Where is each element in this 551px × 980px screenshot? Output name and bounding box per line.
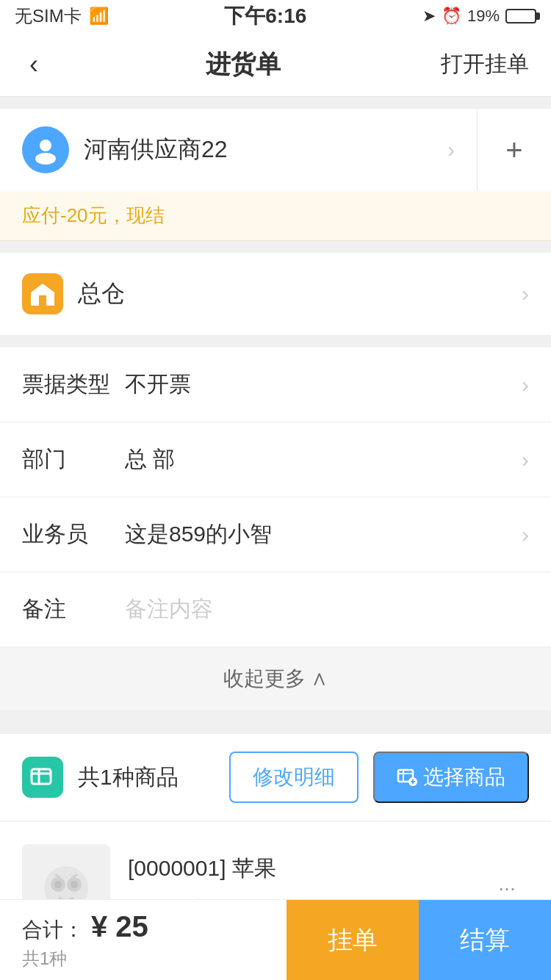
battery-percent: 19% (467, 7, 500, 26)
divider-3 (0, 710, 551, 722)
dept-value: 总 部 (125, 444, 514, 475)
top-divider (0, 97, 551, 109)
status-right: ➤ ⏰ 19% (422, 7, 536, 26)
svg-point-0 (40, 140, 51, 151)
status-time: 下午6:16 (224, 2, 306, 30)
checkout-button[interactable]: 结算 (419, 900, 551, 980)
alarm-icon: ⏰ (442, 7, 461, 26)
invoice-value: 不开票 (125, 370, 514, 400)
supplier-selector[interactable]: 河南供应商22 › (0, 109, 478, 191)
supplier-avatar (22, 126, 69, 173)
select-product-icon (397, 767, 417, 788)
select-product-label: 选择商品 (423, 763, 505, 791)
invoice-label: 票据类型 (22, 370, 125, 400)
select-product-button[interactable]: 选择商品 (373, 752, 529, 803)
nav-bar: ‹ 进货单 打开挂单 (0, 32, 551, 97)
svg-point-16 (71, 881, 78, 888)
divider-2 (0, 336, 551, 347)
salesperson-label: 业务员 (22, 519, 125, 550)
product-name: [0000001] 苹果 (128, 854, 467, 884)
remark-label: 备注 (22, 594, 125, 624)
total-display: 合计： ¥ 25 (22, 910, 264, 944)
back-button[interactable]: ‹ (22, 42, 46, 87)
dept-chevron-icon: › (522, 447, 529, 472)
home-icon (29, 281, 56, 307)
salesperson-value: 这是859的小智 (125, 519, 514, 550)
page-title: 进货单 (206, 48, 281, 82)
person-icon (31, 135, 60, 165)
warehouse-name: 总仓 (78, 278, 514, 310)
invoice-chevron-icon: › (522, 372, 529, 397)
status-bar: 无SIM卡 📶 下午6:16 ➤ ⏰ 19% (0, 0, 551, 32)
collapse-button[interactable]: 收起更多 ∧ (0, 647, 551, 710)
salesperson-chevron-icon: › (522, 522, 529, 547)
warehouse-row[interactable]: 总仓 › (0, 253, 551, 336)
notice-bar: 应付-20元，现结 (0, 191, 551, 241)
salesperson-row[interactable]: 业务员 这是859的小智 › (0, 497, 551, 572)
product-more-button[interactable]: ··· (485, 876, 529, 900)
total-label: 合计： (22, 916, 84, 944)
status-left: 无SIM卡 📶 (15, 4, 109, 28)
footer-total: 合计： ¥ 25 共1种 (0, 900, 287, 980)
remark-row[interactable]: 备注 备注内容 (0, 572, 551, 647)
warehouse-icon (22, 273, 63, 314)
svg-rect-3 (32, 769, 51, 784)
location-icon: ➤ (422, 7, 436, 26)
footer: 合计： ¥ 25 共1种 挂单 结算 (0, 899, 551, 980)
add-supplier-button[interactable]: + (478, 134, 551, 167)
pending-button[interactable]: 挂单 (287, 900, 419, 980)
product-header: 共1种商品 修改明细 选择商品 (0, 734, 551, 821)
product-count-icon (22, 757, 63, 798)
edit-detail-button[interactable]: 修改明细 (229, 752, 359, 803)
open-pending-button[interactable]: 打开挂单 (441, 49, 529, 79)
wifi-icon: 📶 (89, 7, 109, 26)
supplier-section: 河南供应商22 › + (0, 109, 551, 191)
dept-row[interactable]: 部门 总 部 › (0, 422, 551, 497)
svg-point-1 (35, 153, 56, 165)
product-count-label: 共1种商品 (78, 763, 215, 793)
cart-icon (30, 765, 55, 790)
invoice-row[interactable]: 票据类型 不开票 › (0, 347, 551, 422)
battery-icon (505, 9, 536, 24)
svg-point-15 (54, 881, 62, 888)
divider-1 (0, 241, 551, 253)
total-sub: 共1种 (22, 947, 264, 970)
chevron-right-icon: › (447, 137, 455, 162)
dept-label: 部门 (22, 444, 125, 475)
supplier-name: 河南供应商22 (84, 134, 440, 166)
form-section: 票据类型 不开票 › 部门 总 部 › 业务员 这是859的小智 › 备注 备注… (0, 347, 551, 647)
warehouse-chevron-icon: › (522, 281, 529, 306)
sim-text: 无SIM卡 (15, 4, 82, 28)
svg-rect-2 (39, 295, 46, 306)
remark-input[interactable]: 备注内容 (125, 594, 529, 624)
total-amount: ¥ 25 (91, 910, 148, 943)
